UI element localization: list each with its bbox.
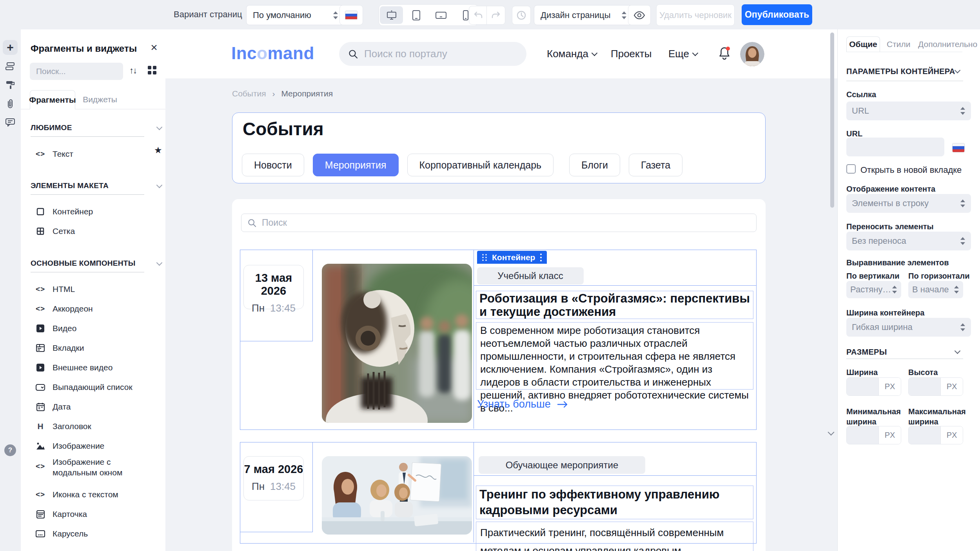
tablet-preview-button[interactable] [405,6,428,24]
open-new-tab-checkbox[interactable] [846,164,856,174]
history-button[interactable] [512,6,531,25]
fragment-item-text[interactable]: <> Текст [35,148,73,160]
event-content-cell[interactable]: Контейнер Учебный класс Роботизация в «С… [474,250,756,429]
width-input[interactable] [847,378,878,395]
height-input[interactable] [909,378,940,395]
section-components[interactable]: ОСНОВНЫЕ КОМПОНЕНТЫ [31,259,136,268]
structure-button[interactable] [3,59,18,74]
event-tag[interactable]: Обучающее мероприятие [479,456,645,474]
section-layout[interactable]: ЭЛЕМЕНТЫ МАКЕТА [31,181,109,190]
add-fragment-button[interactable]: + [3,40,18,55]
drag-handle-icon[interactable] [482,254,487,261]
fragment-item-icon-text[interactable]: <> Иконка с текстом [35,489,118,500]
tab-widgets[interactable]: Виджеты [80,90,120,109]
tab-advanced[interactable]: Дополнительно [918,36,977,52]
nav-more[interactable]: Еще [668,48,697,60]
tab-events-active[interactable]: Мероприятия [313,154,399,176]
fragment-item-video[interactable]: Видео [35,323,76,334]
nav-projects[interactable]: Проекты [611,48,652,60]
events-header-block[interactable]: События Новости Мероприятия Корпоративны… [232,112,766,183]
tab-general[interactable]: Общие [846,36,880,52]
star-icon[interactable]: ★ [154,145,162,156]
event-title-box[interactable]: Роботизация в «Стройгазмяс»: перспективы… [476,291,753,319]
language-flag-button[interactable] [339,5,363,25]
fragment-item-grid[interactable]: Сетка [35,225,75,237]
help-button[interactable]: ? [4,444,16,456]
fragment-item-heading[interactable]: H Заголовок [35,420,91,432]
tab-fragments[interactable]: Фрагменты [30,90,75,109]
event-image-robot[interactable] [322,264,472,423]
event-tag[interactable]: Учебный класс [477,267,584,285]
close-icon[interactable]: × [147,40,161,54]
site-logo[interactable]: Incomand [231,44,314,63]
horizontal-align-select[interactable]: В начале [908,281,963,298]
events-search-input[interactable] [261,217,750,228]
url-input[interactable] [846,138,944,156]
fragment-item-accordion[interactable]: <> Аккордеон [35,303,93,315]
container-badge[interactable]: Контейнер [477,251,547,264]
section-favorites[interactable]: ЛЮБИМОЕ [31,123,72,132]
vertical-align-select[interactable]: Растяну… [846,281,901,298]
comments-button[interactable] [3,115,18,130]
fragments-search-input[interactable] [35,66,143,76]
landscape-preview-button[interactable] [429,6,452,24]
link-type-select[interactable]: URL [846,102,971,120]
event-content-cell[interactable]: Обучающее мероприятие Тренинг по эффекти… [474,442,756,542]
fragment-item-dropdown[interactable]: Выпадающий список [35,381,132,393]
delete-draft-button[interactable]: Удалить черновик [656,4,735,26]
grid-view-button[interactable] [147,65,157,75]
links-button[interactable] [3,96,18,111]
fragment-item-html[interactable]: <> HTML [35,283,75,295]
min-width-input[interactable] [847,426,878,444]
event-title-box[interactable]: Тренинг по эффективному управлению кадро… [476,486,753,519]
event-text-box[interactable]: В современном мире роботизация становитс… [476,322,753,390]
redo-button[interactable] [486,6,505,25]
portal-search[interactable] [339,42,526,66]
page-design-select[interactable]: Дизайн страницы [534,5,633,25]
kebab-menu-icon[interactable] [540,253,542,262]
fragment-item-image[interactable]: Изображение [35,440,104,452]
breadcrumb-events[interactable]: События [232,89,266,98]
content-display-select[interactable]: Элементы в строку [846,194,971,213]
section-sizes[interactable]: РАЗМЕРЫ [846,348,887,357]
event-row[interactable]: 13 мая 2026 Пн13:45 [240,250,757,430]
fragments-search[interactable] [30,63,123,80]
tab-styles[interactable]: Стили [887,36,911,52]
tab-newspaper[interactable]: Газета [629,154,682,176]
fragment-item-card[interactable]: Карточка [35,508,87,520]
notifications-button[interactable] [717,46,731,62]
sort-button[interactable]: ↑↓ [129,65,136,76]
event-date-cell[interactable]: 7 мая 2026 Пн13:45 [240,442,313,532]
fragment-item-image-modal[interactable]: <> Изображение с модальным окном [35,457,143,478]
page-variant-select[interactable]: По умолчанию [246,5,345,25]
event-image-meeting[interactable] [322,456,472,535]
tab-news[interactable]: Новости [242,154,304,176]
max-width-input[interactable] [909,426,940,444]
container-width-select[interactable]: Гибкая ширина [846,318,971,337]
event-date-cell[interactable]: 13 мая 2026 Пн13:45 [240,250,313,341]
undo-button[interactable] [469,6,488,25]
avatar[interactable] [740,42,764,66]
fragment-item-container[interactable]: Контейнер [35,206,93,218]
fragment-item-date[interactable]: Дата [35,401,71,413]
canvas-scrollbar[interactable] [830,33,834,208]
fragment-item-external-video[interactable]: Внешнее видео [35,362,113,373]
breadcrumb-current[interactable]: Мероприятия [281,89,333,98]
fragment-item-carousel[interactable]: Карусель [35,528,88,540]
nav-team[interactable]: Команда [547,48,597,60]
tab-corporate-calendar[interactable]: Корпоративный календарь [407,154,554,176]
event-row[interactable]: 7 мая 2026 Пн13:45 [240,442,757,544]
px-unit: PX [940,378,963,395]
section-container-params[interactable]: ПАРАМЕТРЫ КОНТЕЙНЕРА [846,67,955,76]
events-search[interactable] [241,214,757,232]
preview-button[interactable] [628,5,651,25]
portal-search-input[interactable] [363,47,517,60]
desktop-preview-button[interactable] [380,6,403,24]
read-more-link[interactable]: Узнать больше [477,398,568,410]
wrap-select[interactable]: Без переноса [846,232,971,250]
theme-button[interactable] [3,78,18,92]
fragment-item-tabs[interactable]: Вкладки [35,342,84,354]
publish-button[interactable]: Опубликовать [742,4,812,25]
event-text-box[interactable]: Практический тренинг, посвящённый соврем… [476,522,753,551]
tab-blogs[interactable]: Блоги [569,154,620,176]
